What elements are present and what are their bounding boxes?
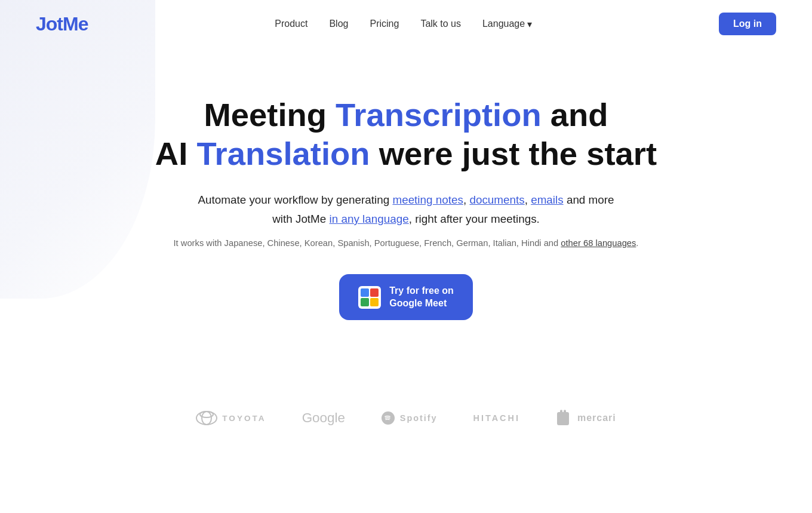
nav-blog[interactable]: Blog [329, 19, 348, 29]
cta-text: Try for free on Google Meet [389, 285, 454, 310]
hero-section: Meeting Transcription and AI Translation… [0, 48, 812, 356]
language-link[interactable]: in any language [330, 213, 409, 225]
brand-logo[interactable]: JotMe [36, 13, 88, 35]
language-dropdown[interactable]: Language ▾ [482, 19, 532, 30]
hero-subtitle: Automate your workflow by generating mee… [12, 191, 800, 229]
emails-link[interactable]: emails [531, 193, 564, 206]
google-meet-cta-button[interactable]: Try for free on Google Meet [339, 274, 473, 321]
meeting-notes-link[interactable]: meeting notes [392, 193, 463, 206]
hero-headline: Meeting Transcription and AI Translation… [12, 96, 800, 174]
nav-pricing[interactable]: Pricing [370, 19, 399, 29]
hitachi-logo: HITACHI [473, 413, 520, 423]
login-button[interactable]: Log in [719, 13, 776, 35]
nav-talk[interactable]: Talk to us [420, 19, 461, 29]
spotify-logo: Spotify [381, 411, 438, 425]
chevron-down-icon: ▾ [527, 19, 532, 30]
nav-links: Product Blog Pricing Talk to us Language… [275, 19, 532, 30]
cta-wrapper: Try for free on Google Meet [12, 274, 800, 321]
languages-text: It works with Japanese, Chinese, Korean,… [12, 238, 800, 248]
nav-product[interactable]: Product [275, 19, 307, 29]
languages-link[interactable]: other 68 languages [561, 238, 636, 248]
documents-link[interactable]: documents [469, 193, 524, 206]
google-meet-icon [358, 286, 381, 309]
toyota-logo: TOYOTA [196, 411, 266, 425]
navbar: JotMe Product Blog Pricing Talk to us La… [0, 0, 812, 48]
svg-rect-4 [557, 412, 569, 425]
mercari-logo: mercari [556, 410, 616, 426]
partner-logos: TOYOTA Google Spotify HITACHI mercari [0, 392, 812, 450]
google-logo: Google [302, 410, 345, 426]
